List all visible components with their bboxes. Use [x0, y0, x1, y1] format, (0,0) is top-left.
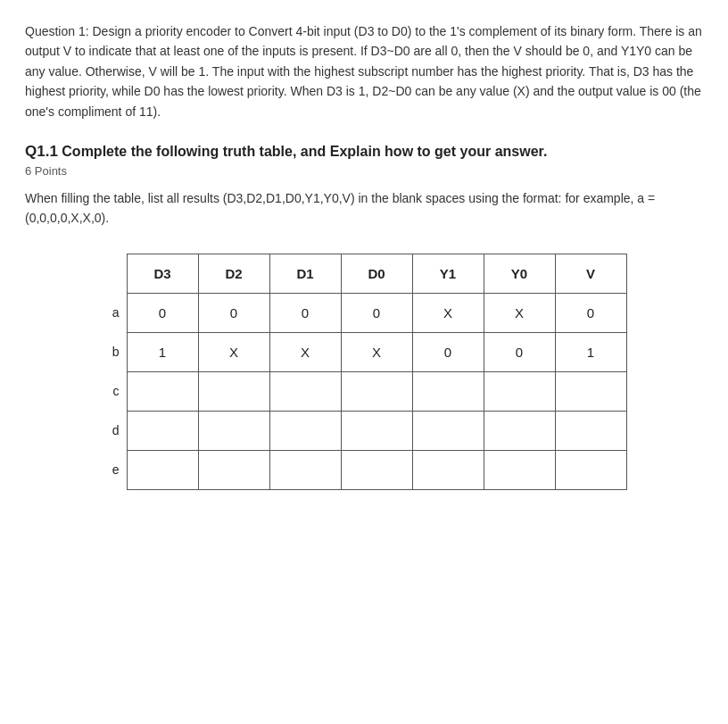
table-cell-c-6: [555, 371, 626, 411]
table-cell-a-6: 0: [555, 293, 626, 332]
table-row: 1XXX001: [127, 332, 626, 371]
table-header-d3: D3: [127, 254, 198, 293]
section-title-rest: Complete the following truth table, and …: [58, 144, 547, 159]
table-row: [127, 371, 626, 411]
table-header-y0: Y0: [484, 254, 555, 293]
table-cell-d-1: [198, 411, 269, 450]
table-cell-a-3: 0: [341, 293, 412, 332]
table-cell-c-0: [127, 371, 198, 411]
table-cell-e-6: [555, 450, 626, 489]
section-title: Q1.1 Complete the following truth table,…: [25, 143, 703, 161]
table-body: 0000XX01XXX001: [127, 293, 626, 489]
table-cell-c-5: [484, 371, 555, 411]
table-header-y1: Y1: [412, 254, 484, 293]
table-cell-d-2: [269, 411, 341, 450]
row-label-d: d: [102, 411, 127, 450]
row-labels: abcde: [102, 254, 127, 489]
table-cell-c-2: [269, 371, 341, 411]
table-cell-a-5: X: [484, 293, 555, 332]
table-cell-d-4: [412, 411, 484, 450]
instruction-text: When filling the table, list all results…: [25, 188, 703, 229]
table-cell-e-1: [198, 450, 269, 489]
truth-table-wrapper: abcde D3D2D1D0Y1Y0V 0000XX01XXX001: [102, 254, 627, 490]
table-cell-a-1: 0: [198, 293, 269, 332]
truth-table: D3D2D1D0Y1Y0V 0000XX01XXX001: [127, 254, 627, 490]
section-block: Q1.1 Complete the following truth table,…: [25, 143, 703, 229]
table-cell-d-0: [127, 411, 198, 450]
table-cell-d-3: [341, 411, 412, 450]
table-header-d2: D2: [198, 254, 269, 293]
table-cell-b-2: X: [269, 332, 341, 371]
table-cell-a-2: 0: [269, 293, 341, 332]
table-cell-b-3: X: [341, 332, 412, 371]
table-cell-b-0: 1: [127, 332, 198, 371]
table-cell-b-4: 0: [412, 332, 484, 371]
table-cell-d-6: [555, 411, 626, 450]
table-row: [127, 450, 626, 489]
table-cell-c-1: [198, 371, 269, 411]
table-cell-a-0: 0: [127, 293, 198, 332]
row-label-b: b: [102, 332, 127, 371]
table-cell-b-1: X: [198, 332, 269, 371]
table-cell-c-4: [412, 371, 484, 411]
table-header-d1: D1: [269, 254, 341, 293]
table-cell-c-3: [341, 371, 412, 411]
table-cell-e-2: [269, 450, 341, 489]
table-row: [127, 411, 626, 450]
table-cell-e-0: [127, 450, 198, 489]
section-title-bold: Q1.1: [25, 143, 58, 160]
row-label-c: c: [102, 371, 127, 411]
table-cell-b-6: 1: [555, 332, 626, 371]
points-label: 6 Points: [25, 164, 703, 178]
table-cell-a-4: X: [412, 293, 484, 332]
row-label-e: e: [102, 450, 127, 489]
row-label-a: a: [102, 293, 127, 332]
table-cell-e-3: [341, 450, 412, 489]
table-cell-b-5: 0: [484, 332, 555, 371]
question-text: Question 1: Design a priority encoder to…: [25, 21, 703, 121]
table-container: abcde D3D2D1D0Y1Y0V 0000XX01XXX001: [25, 254, 703, 490]
table-row: 0000XX0: [127, 293, 626, 332]
table-cell-e-5: [484, 450, 555, 489]
table-header-v: V: [555, 254, 626, 293]
table-header-d0: D0: [341, 254, 412, 293]
table-header-row: D3D2D1D0Y1Y0V: [127, 254, 626, 293]
table-cell-d-5: [484, 411, 555, 450]
table-cell-e-4: [412, 450, 484, 489]
question-intro: Question 1: Design a priority encoder to…: [25, 21, 703, 121]
